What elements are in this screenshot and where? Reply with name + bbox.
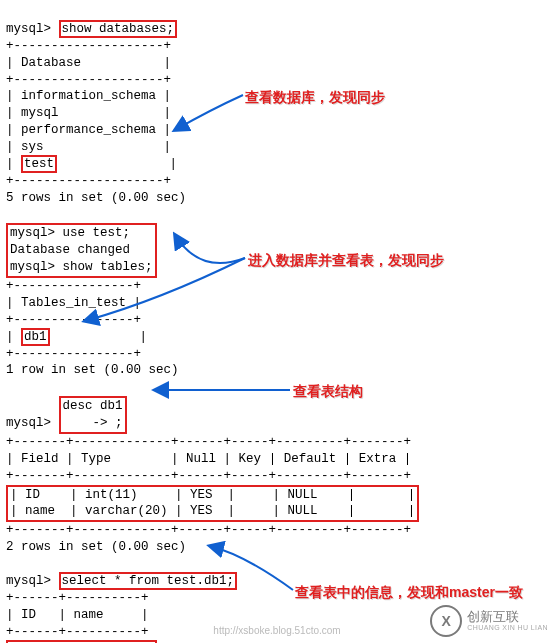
prompt: mysql> xyxy=(6,416,51,430)
desc-rows-box: | ID | int(11) | YES | | NULL | | | name… xyxy=(6,485,419,523)
annotation-4: 查看表中的信息，发现和master一致 xyxy=(295,583,523,602)
sep: +--------------------+ xyxy=(6,39,171,53)
sep: +----------------+ xyxy=(6,279,141,293)
sep: +------+----------+ xyxy=(6,591,149,605)
h: ID xyxy=(21,608,36,622)
footer-url: http://xsboke.blog.51cto.com xyxy=(213,624,340,638)
sep: +--------------------+ xyxy=(6,174,171,188)
cmd-show-databases: show databases; xyxy=(59,20,178,38)
sep: +----------------+ xyxy=(6,313,141,327)
result-count: 2 rows in set (0.00 sec) xyxy=(6,540,186,554)
sep: +--------------------+ xyxy=(6,73,171,87)
watermark-icon: X xyxy=(430,605,462,637)
col-header: Tables_in_test xyxy=(21,296,126,310)
watermark-sub: CHUANG XIN HU LIAN xyxy=(467,623,548,632)
db-row: mysql xyxy=(21,106,59,120)
sep: +-------+-------------+------+-----+----… xyxy=(6,523,411,537)
sep: +-------+-------------+------+-----+----… xyxy=(6,469,411,483)
db-row: performance_schema xyxy=(21,123,156,137)
h: Extra xyxy=(359,452,397,466)
sep: +----------------+ xyxy=(6,347,141,361)
cmd-block-use-test: mysql> use test; Database changed mysql>… xyxy=(6,223,157,278)
db-row-test: test xyxy=(21,155,57,173)
cmd-select-all: select * from test.db1; xyxy=(59,572,238,590)
result-count: 1 row in set (0.00 sec) xyxy=(6,363,179,377)
db-row: information_schema xyxy=(21,89,156,103)
prompt: mysql> xyxy=(6,22,51,36)
col-header: Database xyxy=(21,56,81,70)
h: Type xyxy=(81,452,111,466)
watermark: X 创新互联 CHUANG XIN HU LIAN xyxy=(430,605,548,637)
h: Field xyxy=(21,452,59,466)
prompt: mysql> xyxy=(6,574,51,588)
cmd-desc-db1: desc db1 -> ; xyxy=(59,396,127,434)
annotation-1: 查看数据库，发现同步 xyxy=(245,88,385,107)
annotation-3: 查看表结构 xyxy=(293,382,363,401)
table-row-db1: db1 xyxy=(21,328,50,346)
sep: +-------+-------------+------+-----+----… xyxy=(6,435,411,449)
result-count: 5 rows in set (0.00 sec) xyxy=(6,191,186,205)
annotation-2: 进入数据库并查看表，发现同步 xyxy=(248,251,444,270)
h: Default xyxy=(284,452,337,466)
db-row: sys xyxy=(21,140,44,154)
watermark-text: 创新互联 xyxy=(467,610,548,623)
h: Null xyxy=(186,452,216,466)
sep: +------+----------+ xyxy=(6,625,149,639)
h: name xyxy=(74,608,104,622)
h: Key xyxy=(239,452,262,466)
